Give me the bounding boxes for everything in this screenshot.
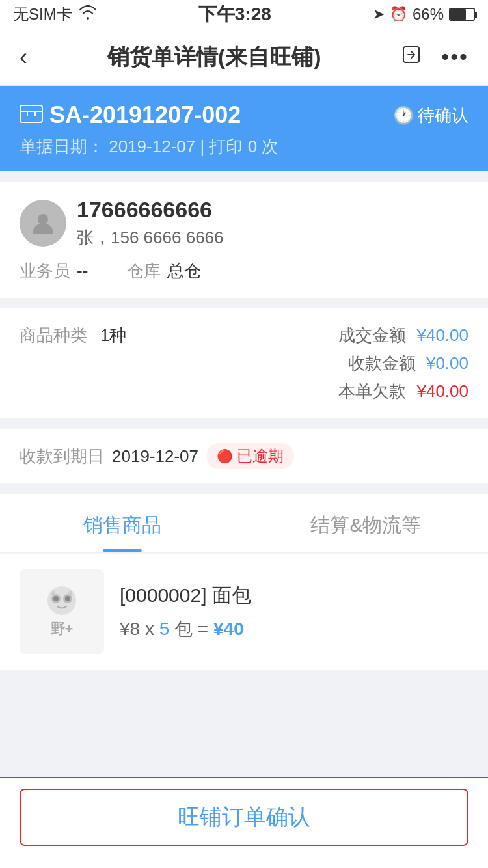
- total-price: ¥40: [213, 619, 244, 639]
- summary-left: 商品种类 1种: [20, 324, 126, 347]
- page-title: 销货单详情(来自旺铺): [107, 42, 321, 72]
- svg-point-2: [38, 214, 48, 224]
- transaction-value: ¥40.00: [416, 325, 468, 346]
- category-value: 1种: [100, 324, 126, 347]
- tab-settlement[interactable]: 结算&物流等: [244, 494, 488, 552]
- product-image: 野+: [20, 569, 104, 654]
- unit-price: ¥8: [120, 619, 140, 639]
- location-icon: ➤: [373, 6, 385, 23]
- equals-sign: =: [198, 619, 208, 639]
- tabs: 销售商品 结算&物流等: [0, 494, 488, 552]
- product-name: [0000002] 面包: [120, 582, 468, 609]
- received-value: ¥0.00: [426, 353, 468, 373]
- overdue-icon: 🔴: [217, 448, 233, 464]
- order-header-card: SA-20191207-002 🕐 待确认 单据日期： 2019-12-07 |…: [0, 86, 488, 171]
- due-date: 2019-12-07: [112, 446, 198, 467]
- product-code: [0000002]: [120, 584, 206, 606]
- product-info: [0000002] 面包 ¥8 x 5 包 = ¥40: [120, 582, 468, 642]
- status-right: ➤ ⏰ 66%: [373, 5, 475, 23]
- status-bar: 无SIM卡 下午3:28 ➤ ⏰ 66%: [0, 0, 488, 29]
- product-logo: 野+: [39, 584, 85, 639]
- transaction-row: 成交金额 ¥40.00: [338, 324, 468, 347]
- wifi-icon: [79, 5, 97, 23]
- order-date: 2019-12-07: [109, 137, 195, 156]
- warehouse-label: 仓库: [127, 260, 161, 282]
- print-count: 0: [248, 137, 257, 156]
- due-label: 收款到期日: [20, 445, 104, 468]
- back-button[interactable]: ‹: [20, 44, 27, 71]
- clock-icon: 🕐: [393, 105, 414, 126]
- bottom-bar: 旺铺订单确认: [0, 777, 488, 868]
- status-left: 无SIM卡: [13, 4, 97, 25]
- nav-bar: ‹ 销货单详情(来自旺铺) •••: [0, 29, 488, 86]
- svg-rect-1: [20, 105, 42, 122]
- summary-right: 成交金额 ¥40.00 收款金额 ¥0.00 本单欠款 ¥40.00: [338, 324, 468, 403]
- time-display: 下午3:28: [198, 2, 271, 27]
- customer-meta: 业务员 -- 仓库 总仓: [20, 260, 468, 282]
- overdue-text: 已逾期: [237, 446, 284, 467]
- customer-name: 张，156 6666 6666: [77, 226, 224, 249]
- customer-row: 17666666666 张，156 6666 6666: [20, 197, 468, 249]
- product-card: 野+ [0000002] 面包 ¥8 x 5 包 = ¥40: [0, 554, 488, 670]
- order-date-row: 单据日期： 2019-12-07 | 打印 0 次: [20, 135, 468, 158]
- balance-label: 本单欠款: [338, 380, 406, 403]
- warehouse-value: 总仓: [167, 260, 201, 282]
- status-text: 待确认: [418, 104, 468, 127]
- svg-point-3: [47, 586, 76, 615]
- multiply-sign: x: [145, 619, 154, 639]
- confirm-button[interactable]: 旺铺订单确认: [20, 789, 468, 846]
- unit: 包: [174, 619, 193, 639]
- category-label: 商品种类: [20, 324, 87, 347]
- customer-card: 17666666666 张，156 6666 6666 业务员 -- 仓库 总仓: [0, 182, 488, 298]
- order-id-row: SA-20191207-002 🕐 待确认: [20, 102, 468, 129]
- product-name-text: 面包: [212, 584, 251, 606]
- balance-value: ¥40.00: [416, 381, 468, 401]
- due-date-card: 收款到期日 2019-12-07 🔴 已逾期: [0, 429, 488, 483]
- summary-card: 商品种类 1种 成交金额 ¥40.00 收款金额 ¥0.00 本单欠款 ¥40.…: [0, 308, 488, 418]
- overdue-badge: 🔴 已逾期: [206, 443, 294, 469]
- quantity: 5: [159, 619, 170, 639]
- product-price: ¥8 x 5 包 = ¥40: [120, 617, 468, 642]
- tab-products[interactable]: 销售商品: [0, 494, 244, 552]
- nav-actions: •••: [401, 44, 468, 70]
- sales-meta: 业务员 --: [20, 260, 88, 282]
- order-status: 🕐 待确认: [393, 104, 468, 127]
- alarm-icon: ⏰: [390, 6, 407, 23]
- print-label: | 打印: [200, 137, 243, 156]
- sales-label: 业务员: [20, 260, 70, 282]
- date-label: 单据日期：: [20, 137, 104, 156]
- svg-point-6: [53, 596, 59, 601]
- battery-percent: 66%: [413, 5, 444, 23]
- order-id-text: SA-20191207-002: [49, 102, 241, 129]
- battery-icon: [449, 8, 475, 21]
- order-inbox-icon: [20, 102, 43, 129]
- balance-row: 本单欠款 ¥40.00: [338, 380, 468, 403]
- received-label: 收款金额: [348, 352, 416, 375]
- avatar: [20, 200, 66, 247]
- received-row: 收款金额 ¥0.00: [348, 352, 468, 375]
- more-icon[interactable]: •••: [441, 44, 468, 70]
- customer-phone: 17666666666: [77, 197, 224, 223]
- sales-value: --: [77, 261, 88, 281]
- svg-point-7: [65, 596, 70, 601]
- carrier-text: 无SIM卡: [13, 4, 72, 25]
- share-icon[interactable]: [401, 44, 422, 70]
- warehouse-meta: 仓库 总仓: [127, 260, 201, 282]
- print-unit: 次: [262, 137, 278, 156]
- transaction-label: 成交金额: [338, 324, 406, 347]
- customer-info: 17666666666 张，156 6666 6666: [77, 197, 224, 249]
- order-id-container: SA-20191207-002: [20, 102, 241, 129]
